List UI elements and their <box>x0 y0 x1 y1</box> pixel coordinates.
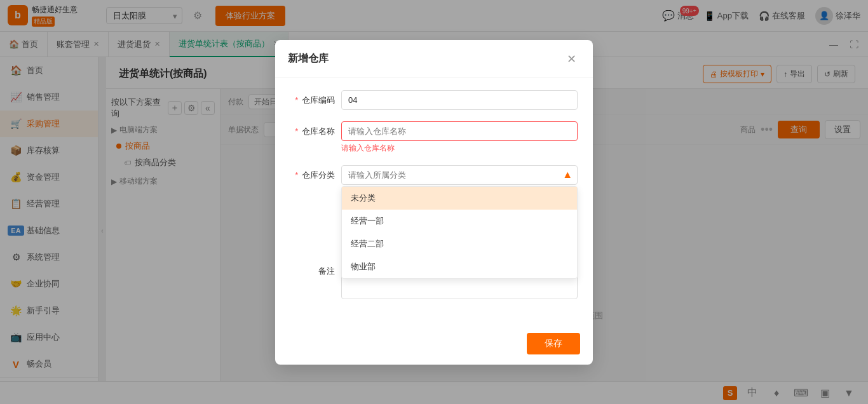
note-label: 备注 <box>290 261 341 277</box>
form-row-code: * 仓库编码 <box>290 90 578 110</box>
modal-body: * 仓库编码 * 仓库名称 请输入仓库名称 <box>275 77 593 325</box>
modal-footer: 保存 <box>275 325 593 365</box>
category-toggle-icon[interactable]: ▲ <box>562 169 573 180</box>
dropdown-item-0[interactable]: 未分类 <box>342 187 577 210</box>
modal-title: 新增仓库 <box>288 52 329 65</box>
form-row-name: * 仓库名称 请输入仓库名称 <box>290 121 578 154</box>
category-label: * 仓库分类 <box>290 165 341 181</box>
code-field <box>341 90 578 110</box>
dropdown-item-1[interactable]: 经营一部 <box>342 210 577 232</box>
form-row-category: * 仓库分类 ▲ 未分类 经营一部 经营二部 物业部 <box>290 165 578 185</box>
modal-header: 新增仓库 ✕ <box>275 40 593 77</box>
modal-close-btn[interactable]: ✕ <box>562 50 580 68</box>
category-field: ▲ 未分类 经营一部 经营二部 物业部 <box>341 165 578 185</box>
name-input[interactable] <box>341 121 578 141</box>
name-error-msg: 请输入仓库名称 <box>341 143 578 154</box>
modal-new-warehouse: 新增仓库 ✕ * 仓库编码 * 仓库名称 <box>275 40 593 365</box>
save-btn[interactable]: 保存 <box>527 333 580 354</box>
code-label: * 仓库编码 <box>290 90 341 106</box>
name-label: * 仓库名称 <box>290 121 341 137</box>
dropdown-item-2[interactable]: 经营二部 <box>342 232 577 255</box>
modal-overlay: 新增仓库 ✕ * 仓库编码 * 仓库名称 <box>0 0 868 404</box>
name-field: 请输入仓库名称 <box>341 121 578 154</box>
code-input[interactable] <box>341 90 578 110</box>
category-input[interactable] <box>341 165 578 185</box>
category-dropdown: 未分类 经营一部 经营二部 物业部 <box>341 186 578 279</box>
dropdown-item-3[interactable]: 物业部 <box>342 255 577 278</box>
